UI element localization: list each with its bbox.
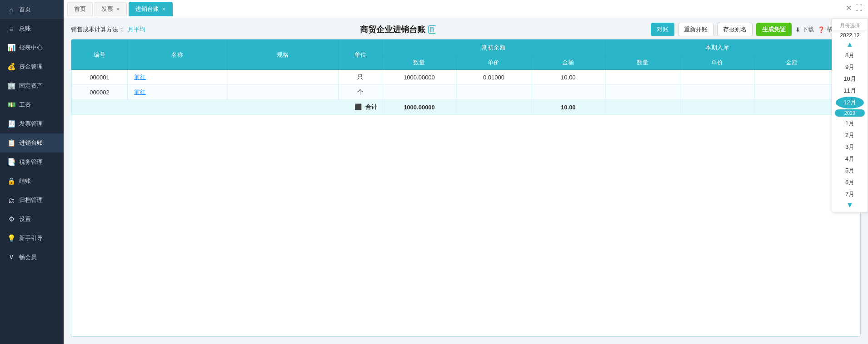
cell-inbound-amount — [754, 85, 829, 100]
total-opening-price — [456, 100, 531, 115]
month-item-6[interactable]: 6月 — [832, 177, 868, 188]
tab-invoice[interactable]: 发票 ✕ — [95, 2, 127, 16]
sidebar-item-tax[interactable]: 📑 税务管理 — [0, 152, 64, 172]
tab-home[interactable]: 首页 — [67, 2, 93, 16]
assets-icon: 🏢 — [7, 82, 15, 90]
col-header-inbound: 本期入库 — [605, 40, 829, 56]
purchase-sales-icon: 📋 — [7, 139, 15, 147]
cell-code: 000001 — [72, 70, 128, 85]
sidebar-item-ledger[interactable]: ≡ 总账 — [0, 19, 64, 38]
sidebar-item-closing[interactable]: 🔒 结账 — [0, 172, 64, 191]
month-item-12[interactable]: 12月 — [836, 97, 864, 108]
cell-opening-qty — [382, 85, 457, 100]
month-item-4[interactable]: 4月 — [832, 153, 868, 165]
cell-name: 前红 — [127, 70, 227, 85]
cell-opening-price: 0.01000 — [456, 70, 531, 85]
maximize-button[interactable]: ⛶ — [855, 4, 863, 12]
page-title: 商贸企业进销台账 目 — [360, 24, 436, 35]
col-header-opening-amount: 金额 — [531, 56, 605, 70]
tab-purchase-sales-close[interactable]: ✕ — [162, 6, 166, 12]
cell-unit: 个 — [339, 85, 382, 100]
month-item-9[interactable]: 9月 — [832, 61, 868, 73]
download-button[interactable]: ⬇ 下载 — [795, 25, 814, 34]
month-item-5[interactable]: 5月 — [832, 165, 868, 177]
sidebar-item-funds[interactable]: 💰 资金管理 — [0, 57, 64, 76]
sidebar-item-member[interactable]: V 畅会员 — [0, 248, 64, 267]
col-header-code: 编号 — [72, 40, 128, 70]
cell-opening-amount — [531, 85, 605, 100]
close-button[interactable]: ✕ — [846, 4, 852, 12]
sidebar-item-assets[interactable]: 🏢 固定资产 — [0, 76, 64, 95]
main-area: ✕ ⛶ 首页 发票 ✕ 进销台账 ✕ 销售成本计算方法： 月平均 商贸企业进销台… — [64, 0, 868, 344]
col-header-name: 名称 — [127, 40, 227, 70]
month-item-11[interactable]: 11月 — [832, 85, 868, 97]
content-area: 销售成本计算方法： 月平均 商贸企业进销台账 目 对账 重新开账 存报别名 生成… — [64, 18, 868, 344]
closing-icon: 🔒 — [7, 177, 15, 185]
sidebar-item-archive[interactable]: 🗂 归档管理 — [0, 191, 64, 210]
cell-opening-qty: 1000.00000 — [382, 70, 457, 85]
sidebar-item-reports[interactable]: 📊 报表中心 — [0, 38, 64, 57]
cell-unit: 只 — [339, 70, 382, 85]
table-wrapper: 编号 名称 规格 单位 期初余额 本期入库 数 数量 单价 金额 数量 单价 — [71, 39, 861, 337]
data-table: 编号 名称 规格 单位 期初余额 本期入库 数 数量 单价 金额 数量 单价 — [71, 39, 860, 115]
info-icon[interactable]: 目 — [428, 25, 436, 34]
home-icon: ⌂ — [7, 6, 15, 14]
cell-opening-price — [456, 85, 531, 100]
month-item-7[interactable]: 7月 — [832, 188, 868, 200]
col-header-inbound-price: 单价 — [680, 56, 754, 70]
cell-inbound-price — [680, 70, 754, 85]
year-current: 2022.12 — [832, 30, 868, 39]
guide-icon: 💡 — [7, 234, 15, 242]
month-item-10[interactable]: 10月 — [832, 73, 868, 85]
cell-name: 前红 — [127, 85, 227, 100]
sidebar-item-salary[interactable]: 💵 工资 — [0, 95, 64, 114]
col-header-opening: 期初余额 — [382, 40, 606, 56]
help-icon: ❓ — [818, 26, 825, 33]
tab-bar: 首页 发票 ✕ 进销台账 ✕ — [64, 0, 868, 18]
save-as-button[interactable]: 存报别名 — [717, 23, 753, 36]
sidebar-item-guide[interactable]: 💡 新手引导 — [0, 229, 64, 248]
generate-button[interactable]: 生成凭证 — [756, 23, 792, 36]
month-panel-title: 月份选择 — [832, 20, 868, 30]
col-header-inbound-amount: 金额 — [754, 56, 829, 70]
funds-icon: 💰 — [7, 63, 15, 71]
cost-method: 销售成本计算方法： 月平均 — [71, 25, 145, 34]
settings-icon: ⚙ — [7, 215, 15, 223]
month-item-3[interactable]: 3月 — [832, 141, 868, 153]
col-header-spec: 规格 — [227, 40, 339, 70]
month-item-1[interactable]: 1月 — [832, 118, 868, 129]
tab-invoice-close[interactable]: ✕ — [116, 6, 120, 12]
col-header-inbound-qty: 数量 — [605, 56, 680, 70]
cell-opening-amount: 10.00 — [531, 70, 605, 85]
total-label: ⬛ 合计 — [72, 100, 382, 115]
month-nav-up[interactable]: ▲ — [832, 39, 868, 49]
sidebar-item-invoice[interactable]: 🧾 发票管理 — [0, 114, 64, 133]
sidebar-item-purchase-sales[interactable]: 📋 进销台账 — [0, 133, 64, 152]
total-inbound-amount — [754, 100, 829, 115]
reconcile-button[interactable]: 对账 — [651, 23, 674, 36]
cell-inbound-qty — [605, 85, 680, 100]
cell-inbound-amount — [754, 70, 829, 85]
total-icon: ⬛ — [354, 103, 362, 110]
month-item-8[interactable]: 8月 — [832, 49, 868, 61]
total-inbound-price — [680, 100, 754, 115]
archive-icon: 🗂 — [7, 197, 15, 204]
year-next-badge: 2023 — [835, 109, 865, 117]
window-controls: ✕ ⛶ — [846, 4, 863, 12]
tab-purchase-sales[interactable]: 进销台账 ✕ — [129, 2, 173, 16]
sidebar-item-home[interactable]: ⌂ 首页 — [0, 0, 64, 19]
total-row: ⬛ 合计 1000.00000 10.00 — [72, 100, 860, 115]
table-row: 000002 前红 个 — [72, 85, 860, 100]
member-icon: V — [7, 254, 15, 260]
cell-inbound-qty — [605, 70, 680, 85]
invoice-icon: 🧾 — [7, 120, 15, 128]
month-nav-down[interactable]: ▼ — [832, 200, 868, 210]
salary-icon: 💵 — [7, 101, 15, 109]
month-panel: 月份选择 2022.12 ▲ 8月 9月 10月 11月 12月 2023 1月… — [832, 18, 868, 212]
month-item-2[interactable]: 2月 — [832, 129, 868, 141]
cell-inbound-price — [680, 85, 754, 100]
sidebar-item-settings[interactable]: ⚙ 设置 — [0, 210, 64, 229]
reopen-button[interactable]: 重新开账 — [678, 23, 713, 36]
cell-spec — [227, 70, 339, 85]
toolbar-actions: 对账 重新开账 存报别名 生成凭证 ⬇ 下载 ❓ 帮助 ↻ 刷新 — [651, 23, 861, 36]
